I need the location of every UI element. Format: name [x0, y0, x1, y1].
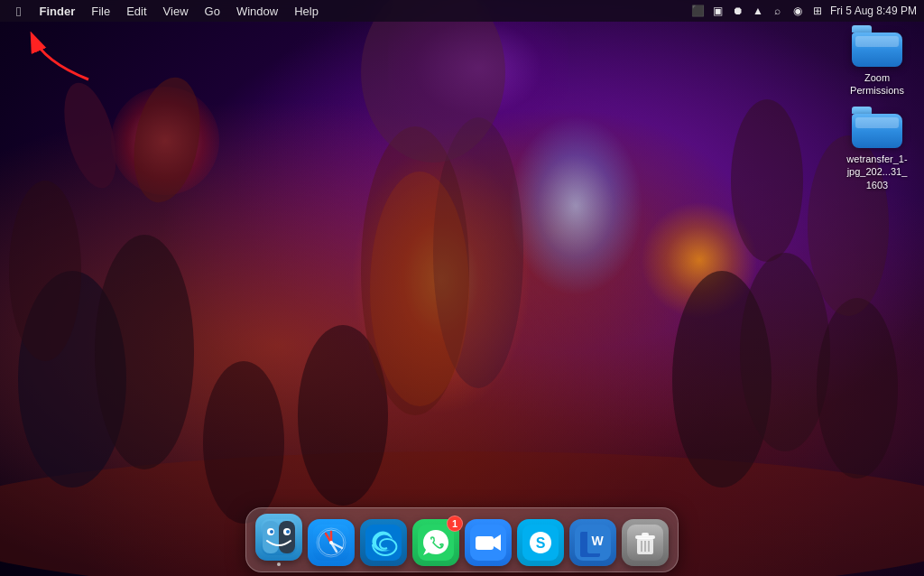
dock-item-zoom[interactable] — [465, 519, 512, 566]
finder-icon — [255, 514, 302, 561]
apple-menu[interactable]:  — [7, 0, 30, 22]
desktop-icon-wetransfer[interactable]: wetransfer_1-jpg_202...31_1603 — [841, 107, 913, 192]
svg-point-2 — [95, 235, 194, 469]
dock-item-word[interactable]: W — [569, 519, 616, 566]
dock: 1 S — [245, 507, 679, 572]
dock-item-trash[interactable] — [622, 519, 669, 566]
svg-point-32 — [329, 541, 333, 544]
dock-item-whatsapp[interactable]: 1 — [412, 519, 459, 566]
zoom-icon — [465, 519, 512, 566]
skype-icon: S — [517, 519, 564, 566]
desktop-icon-zoom-permissions[interactable]: Zoom Permissions — [841, 25, 913, 98]
whatsapp-badge: 1 — [447, 516, 463, 532]
control-center-icon[interactable]: ⊞ — [810, 4, 825, 18]
edge-icon — [360, 519, 407, 566]
dock-item-safari[interactable] — [308, 519, 355, 566]
menu-window[interactable]: Window — [229, 0, 285, 22]
datetime: Fri 5 Aug 8:49 PM — [830, 5, 917, 17]
wetransfer-label: wetransfer_1-jpg_202...31_1603 — [841, 152, 913, 192]
menu-go[interactable]: Go — [198, 0, 227, 22]
safari-icon — [308, 519, 355, 566]
menu-right: ⬛ ▣ ⏺ ▲ ⌕ ◉ ⊞ Fri 5 Aug 8:49 PM — [691, 4, 917, 18]
center-glow — [351, 144, 531, 415]
display-icon[interactable]: ⬛ — [691, 4, 706, 18]
svg-rect-36 — [476, 536, 494, 550]
svg-point-1 — [18, 271, 126, 488]
wifi-icon[interactable]: ▲ — [751, 4, 765, 18]
siri-icon[interactable]: ◉ — [790, 4, 805, 18]
menu-edit[interactable]: Edit — [119, 0, 153, 22]
svg-point-3 — [9, 181, 81, 361]
svg-point-23 — [270, 530, 273, 534]
strange-glow — [641, 201, 758, 319]
svg-point-12 — [817, 298, 898, 478]
thor-glow — [508, 116, 643, 296]
svg-rect-47 — [642, 533, 649, 536]
trash-icon — [622, 519, 669, 566]
dock-item-finder[interactable] — [255, 514, 302, 566]
screen-record-icon[interactable]: ⏺ — [731, 4, 745, 18]
svg-text:S: S — [536, 535, 546, 551]
zoom-permissions-label: Zoom Permissions — [841, 70, 913, 98]
menu-finder[interactable]: Finder — [32, 0, 82, 22]
svg-rect-19 — [263, 521, 279, 553]
word-icon: W — [569, 519, 616, 566]
spotlight-icon[interactable]: ⌕ — [771, 4, 785, 18]
svg-point-24 — [286, 530, 290, 534]
menu-help[interactable]: Help — [287, 0, 326, 22]
menubar:  Finder File Edit View Go Window Help ⬛… — [0, 0, 924, 22]
witch-glow — [111, 87, 219, 195]
arrow-indicator — [25, 25, 97, 92]
menu-left:  Finder File Edit View Go Window Help — [7, 0, 326, 22]
whatsapp-icon: 1 — [412, 519, 459, 566]
svg-text:W: W — [591, 534, 604, 548]
svg-rect-20 — [279, 521, 295, 553]
menu-file[interactable]: File — [84, 0, 117, 22]
finder-dot — [277, 562, 281, 566]
zoom-permissions-folder-icon — [852, 25, 902, 67]
wetransfer-folder-icon — [852, 107, 902, 148]
menu-view[interactable]: View — [156, 0, 196, 22]
svg-point-7 — [203, 361, 284, 524]
dock-item-edge[interactable] — [360, 519, 407, 566]
desktop:  Finder File Edit View Go Window Help ⬛… — [0, 0, 924, 576]
mission-control-icon[interactable]: ▣ — [711, 4, 725, 18]
dock-item-skype[interactable]: S — [517, 519, 564, 566]
